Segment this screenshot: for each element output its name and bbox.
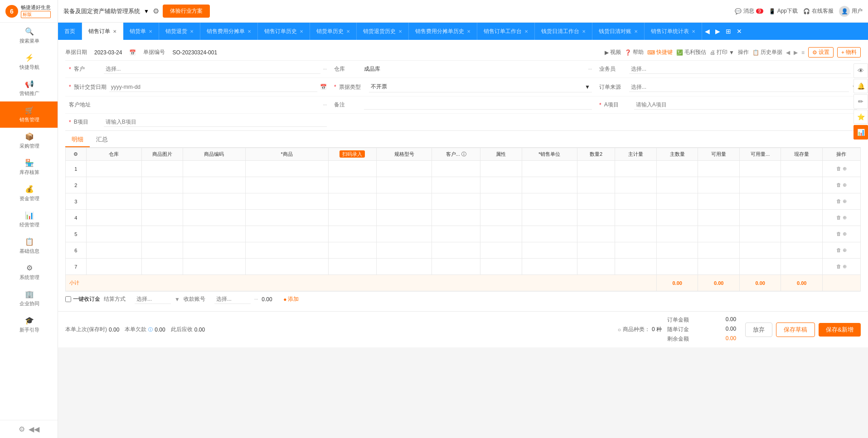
address-more-icon[interactable]: ··· [323, 102, 327, 107]
th-img[interactable]: 商品图片 [141, 148, 183, 161]
profit-btn[interactable]: 💹 毛利预估 [676, 48, 706, 56]
action-btn[interactable]: 操作 [738, 48, 749, 56]
tab-cash-reconcile[interactable]: 钱货日清对账✕ [592, 23, 645, 40]
tab-home[interactable]: 首页 [58, 23, 82, 40]
print-btn[interactable]: 🖨 打印 ▼ [710, 48, 734, 56]
help-btn[interactable]: ❓ 帮助 [625, 48, 644, 56]
th-qty2[interactable]: 数量2 [577, 148, 615, 161]
a-project-input[interactable] [634, 100, 857, 110]
sidebar-item-search[interactable]: 🔍 搜索菜单 [0, 23, 58, 49]
system-dropdown[interactable]: ▼ [144, 8, 149, 14]
scan-btn[interactable]: 扫码录入 [339, 150, 365, 158]
tab-return-history[interactable]: 销货退货历史✕ [357, 23, 409, 40]
tab-nav-right[interactable]: ▶ [713, 23, 723, 40]
th-attr[interactable]: 属性 [480, 148, 522, 161]
tab-close-icon[interactable]: ✕ [582, 29, 586, 34]
sidebar-item-inventory[interactable]: 🏪 库存核算 [0, 154, 58, 180]
sidebar-item-quicknav[interactable]: ⚡ 快捷导航 [0, 49, 58, 75]
sidebar-item-marketing[interactable]: 📢 营销推广 [0, 75, 58, 101]
tab-sales-stat[interactable]: 销售订单统计表✕ [645, 23, 702, 40]
tab-goods-history[interactable]: 销货单历史✕ [310, 23, 357, 40]
one-click-input[interactable] [65, 296, 71, 302]
th-setting[interactable]: ⚙ [66, 148, 87, 161]
add-material-btn[interactable]: + 物料 [837, 47, 861, 58]
tab-close-icon[interactable]: ✕ [300, 29, 303, 34]
tab-cash-workbench[interactable]: 钱货日清工作台✕ [535, 23, 592, 40]
calendar-icon[interactable]: 📅 [129, 49, 136, 56]
one-click-checkbox[interactable]: 一键收订金 [65, 295, 100, 303]
tab-close-icon[interactable]: ✕ [467, 29, 470, 34]
th-warehouse[interactable]: 仓库 [86, 148, 141, 161]
right-float-edit[interactable]: ✏ [853, 94, 868, 109]
th-customer-code[interactable]: 客户... ⓘ [432, 148, 480, 161]
shortcut-btn[interactable]: ⌨ 快捷键 [647, 48, 673, 56]
notification-item[interactable]: 💬 消息 9 [735, 7, 763, 15]
tab-fee-history[interactable]: 销售费用分摊单历史✕ [409, 23, 477, 40]
th-scan[interactable]: 扫码录入 [328, 148, 377, 161]
tab-close-all[interactable]: ✕ [734, 23, 745, 40]
list-view-icon[interactable]: ≡ [801, 49, 805, 56]
sidebar-item-sales[interactable]: 🛒 销售管理 [0, 101, 58, 128]
view-btn[interactable]: ▶ 视频 [605, 48, 621, 56]
tab-close-icon[interactable]: ✕ [247, 29, 251, 34]
save-draft-button[interactable]: 保存草稿 [776, 322, 815, 337]
tab-detail[interactable]: 明细 [65, 133, 90, 147]
sidebar-item-purchase[interactable]: 📦 采购管理 [0, 128, 58, 154]
right-float-view[interactable]: 👁 [853, 63, 868, 78]
account-more-icon[interactable]: ··· [254, 297, 258, 302]
th-code[interactable]: 商品编码 [183, 148, 245, 161]
nav-prev-icon[interactable]: ◀ [786, 49, 790, 56]
setting-btn[interactable]: ⚙ 设置 [808, 47, 834, 58]
online-service-item[interactable]: 🎧 在线客服 [803, 7, 834, 15]
tab-close-icon[interactable]: ✕ [634, 29, 638, 34]
sidebar-item-system[interactable]: ⚙ 系统管理 [0, 259, 58, 285]
history-btn[interactable]: 📋 历史单据 [752, 48, 782, 56]
th-spec[interactable]: 规格型号 [377, 148, 432, 161]
th-main-qty[interactable]: 主数量 [656, 148, 698, 161]
tab-close-icon[interactable]: ✕ [398, 29, 402, 34]
b-project-input[interactable] [104, 117, 327, 127]
sidebar-item-newbie[interactable]: 🎓 新手引导 [0, 312, 58, 338]
customer-input[interactable] [104, 64, 320, 74]
th-avail[interactable]: 可用量 [698, 148, 740, 161]
tab-sales-goods[interactable]: 销货单✕ [123, 23, 159, 40]
tab-nav-left[interactable]: ◀ [702, 23, 713, 40]
salesperson-input[interactable] [629, 64, 851, 74]
account-input[interactable] [214, 294, 251, 304]
tab-sales-return[interactable]: 销货退货✕ [159, 23, 200, 40]
single-date-value[interactable]: 2023-03-24 [94, 49, 122, 56]
save-new-button[interactable]: 保存&新增 [819, 323, 861, 337]
sidebar-item-enterprise[interactable]: 🏢 企业协同 [0, 285, 58, 312]
solution-button[interactable]: 体验行业方案 [163, 5, 210, 18]
tab-close-icon[interactable]: ✕ [113, 29, 116, 34]
delivery-date-input[interactable] [109, 82, 317, 92]
nav-next-icon[interactable]: ▶ [794, 49, 798, 56]
note-input[interactable] [364, 100, 592, 110]
invoice-select[interactable]: 不开票 ▼ [369, 82, 592, 92]
sidebar-item-basic[interactable]: 📋 基础信息 [0, 233, 58, 259]
table-scroll-area[interactable]: ⚙ 仓库 商品图片 商品编码 *商品 扫码录入 规格型号 客户... ⓘ 属性 … [65, 148, 861, 291]
order-source-input[interactable] [629, 82, 849, 92]
collapse-icon[interactable]: ◀◀ [29, 425, 39, 433]
tab-summary[interactable]: 汇总 [90, 133, 114, 147]
right-float-bell[interactable]: 🔔 [853, 79, 868, 93]
th-product[interactable]: *商品 [245, 148, 328, 161]
add-payment-btn[interactable]: ● 添加 [283, 295, 299, 303]
sidebar-item-operations[interactable]: 📊 经营管理 [0, 207, 58, 233]
discard-button[interactable]: 放弃 [745, 322, 772, 337]
sidebar-item-finance[interactable]: 💰 资金管理 [0, 180, 58, 207]
th-avail2[interactable]: 可用量... [739, 148, 781, 161]
right-float-star[interactable]: ⭐ [853, 110, 868, 124]
tab-sales-fee[interactable]: 销售费用分摊单✕ [200, 23, 258, 40]
date-picker-icon[interactable]: 📅 [320, 84, 327, 90]
app-download-item[interactable]: 📱 App下载 [769, 7, 798, 15]
customer-more-icon[interactable]: ··· [323, 67, 327, 72]
settings-icon[interactable]: ⚙ [153, 7, 159, 15]
tab-expand[interactable]: ⊞ [723, 23, 734, 40]
tab-close-icon[interactable]: ✕ [149, 29, 152, 34]
right-float-chart[interactable]: 📊 [853, 125, 868, 140]
th-unit[interactable]: *销售单位 [522, 148, 577, 161]
user-item[interactable]: 👤 用户 [839, 6, 863, 17]
settings-bottom-icon[interactable]: ⚙ [19, 425, 25, 433]
settlement-input[interactable] [135, 294, 171, 304]
